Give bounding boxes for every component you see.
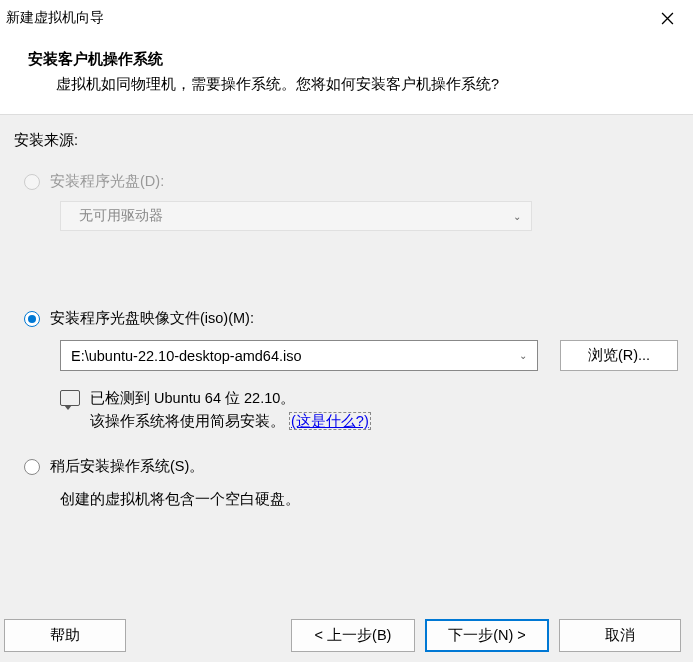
- detected-line2: 该操作系统将使用简易安装。: [90, 413, 285, 429]
- options-group: 安装程序光盘(D): 无可用驱动器 ⌄ 安装程序光盘映像文件(iso)(M): …: [24, 172, 679, 509]
- wizard-header: 安装客户机操作系统 虚拟机如同物理机，需要操作系统。您将如何安装客户机操作系统?: [0, 36, 693, 115]
- iso-row: E:\ubuntu-22.10-desktop-amd64.iso ⌄ 浏览(R…: [60, 340, 679, 371]
- option-disc-label: 安装程序光盘(D):: [50, 172, 164, 191]
- option-later[interactable]: 稍后安装操作系统(S)。: [24, 457, 679, 476]
- close-icon: [661, 12, 674, 25]
- detection-info: 已检测到 Ubuntu 64 位 22.10。 该操作系统将使用简易安装。 (这…: [60, 387, 679, 433]
- title-bar: 新建虚拟机向导: [0, 0, 693, 36]
- info-icon: [60, 390, 80, 406]
- wizard-footer: 帮助 < 上一步(B) 下一步(N) > 取消: [0, 611, 693, 662]
- window-title: 新建虚拟机向导: [4, 9, 104, 27]
- chevron-down-icon: ⌄: [519, 350, 527, 361]
- option-later-label: 稍后安装操作系统(S)。: [50, 457, 204, 476]
- option-iso[interactable]: 安装程序光盘映像文件(iso)(M):: [24, 309, 679, 328]
- iso-path-combobox[interactable]: E:\ubuntu-22.10-desktop-amd64.iso ⌄: [60, 340, 538, 371]
- detection-text: 已检测到 Ubuntu 64 位 22.10。 该操作系统将使用简易安装。 (这…: [90, 387, 371, 433]
- browse-button[interactable]: 浏览(R)...: [560, 340, 678, 371]
- later-description: 创建的虚拟机将包含一个空白硬盘。: [60, 490, 679, 509]
- cancel-button[interactable]: 取消: [559, 619, 681, 652]
- disc-dropdown-value: 无可用驱动器: [79, 207, 163, 225]
- radio-later: [24, 459, 40, 475]
- close-button[interactable]: [645, 2, 689, 34]
- wizard-content: 安装来源: 安装程序光盘(D): 无可用驱动器 ⌄ 安装程序光盘映像文件(iso…: [0, 115, 693, 611]
- disc-sub-control: 无可用驱动器 ⌄: [60, 201, 679, 231]
- detected-line1: 已检测到 Ubuntu 64 位 22.10。: [90, 390, 295, 406]
- chevron-down-icon: ⌄: [513, 211, 521, 222]
- help-button[interactable]: 帮助: [4, 619, 126, 652]
- option-disc[interactable]: 安装程序光盘(D):: [24, 172, 679, 191]
- whats-this-link[interactable]: (这是什么?): [289, 412, 371, 430]
- page-title: 安装客户机操作系统: [28, 50, 683, 69]
- page-subtitle: 虚拟机如同物理机，需要操作系统。您将如何安装客户机操作系统?: [56, 75, 683, 94]
- radio-disc: [24, 174, 40, 190]
- disc-drive-dropdown: 无可用驱动器 ⌄: [60, 201, 532, 231]
- option-iso-label: 安装程序光盘映像文件(iso)(M):: [50, 309, 254, 328]
- next-button[interactable]: 下一步(N) >: [425, 619, 549, 652]
- radio-iso: [24, 311, 40, 327]
- back-button[interactable]: < 上一步(B): [291, 619, 415, 652]
- iso-path-value: E:\ubuntu-22.10-desktop-amd64.iso: [71, 348, 302, 364]
- install-source-label: 安装来源:: [14, 131, 679, 150]
